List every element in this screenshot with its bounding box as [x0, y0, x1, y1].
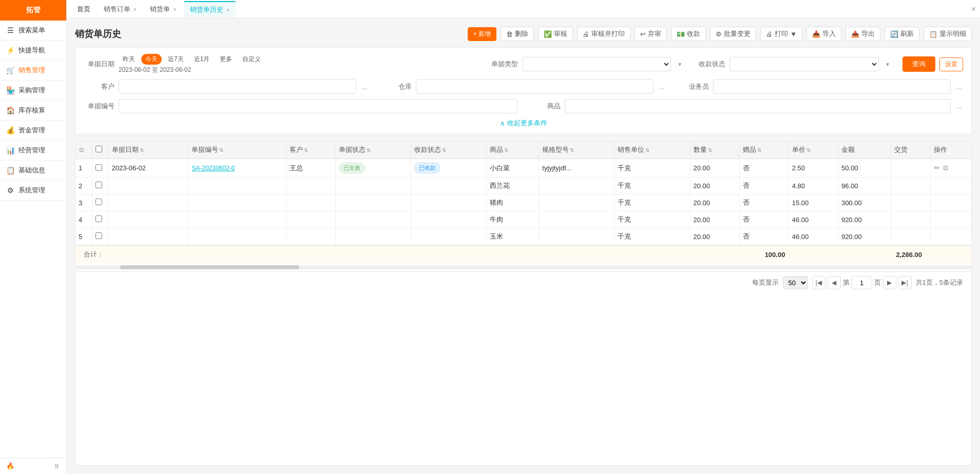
th-doc-no[interactable]: 单据编号⇅	[188, 141, 286, 159]
query-button[interactable]: 查询	[902, 56, 935, 72]
approve-print-button[interactable]: 🖨 审核并打印	[577, 27, 630, 41]
settings-icon[interactable]: ⚙	[79, 146, 85, 154]
customer-ellipsis-button[interactable]: ...	[360, 83, 369, 91]
refresh-button[interactable]: 🔄 刷新	[885, 27, 919, 41]
warehouse-input[interactable]	[416, 80, 654, 94]
sidebar-item-quick-nav[interactable]: ⚡ 快捷导航	[0, 41, 66, 61]
row-checkbox[interactable]	[95, 232, 102, 239]
th-unit-price[interactable]: 单价⇅	[789, 141, 838, 159]
last-page-button[interactable]: ▶|	[898, 276, 912, 289]
sort-qty-icon[interactable]: ⇅	[708, 147, 712, 153]
th-doc-status[interactable]: 单据状态⇅	[336, 141, 411, 159]
tab-sales-delivery-close[interactable]: ×	[173, 6, 176, 12]
show-detail-button[interactable]: 📋 显示明细	[924, 27, 972, 41]
th-gift[interactable]: 赠品⇅	[739, 141, 789, 159]
per-page-select[interactable]: 50	[783, 276, 808, 289]
warehouse-ellipsis-button[interactable]: ...	[658, 83, 666, 91]
row-checkbox[interactable]	[95, 182, 102, 188]
date-pill-today[interactable]: 今天	[141, 54, 162, 65]
delete-button[interactable]: 🗑 删除	[501, 27, 534, 41]
th-doc-date[interactable]: 单据日期⇅	[108, 141, 188, 159]
approve-button[interactable]: ✅ 审核	[538, 27, 573, 41]
sort-doc-no-icon[interactable]: ⇅	[219, 147, 223, 153]
first-page-button[interactable]: |◀	[812, 276, 825, 289]
row-unit-price: 4.80	[789, 177, 838, 194]
date-pill-7days[interactable]: 近7天	[164, 54, 188, 65]
sort-spec-type-icon[interactable]: ⇅	[570, 147, 574, 153]
sidebar-item-system-mgmt[interactable]: ⚙ 系统管理	[0, 181, 66, 201]
sort-doc-date-icon[interactable]: ⇅	[140, 147, 144, 153]
export-label: 导出	[861, 29, 875, 38]
horizontal-scrollbar[interactable]	[75, 265, 971, 269]
abandon-button[interactable]: ↩ 弃审	[635, 27, 667, 41]
row-checkbox[interactable]	[95, 199, 102, 205]
tab-sales-delivery[interactable]: 销货单 ×	[144, 1, 182, 17]
sort-customer-icon[interactable]: ⇅	[304, 147, 308, 153]
sidebar-item-label: 快捷导航	[18, 46, 45, 55]
salesman-input[interactable]	[713, 80, 951, 94]
customer-input[interactable]	[119, 80, 356, 94]
edit-icon[interactable]: ✏	[934, 164, 940, 172]
collect-button[interactable]: 💵 收款	[671, 27, 706, 41]
row-checkbox[interactable]	[95, 215, 102, 222]
salesman-ellipsis-button[interactable]: ...	[955, 83, 963, 91]
th-qty[interactable]: 数量⇅	[690, 141, 739, 159]
sidebar-item-inventory[interactable]: 🏠 库存核算	[0, 101, 66, 121]
prev-page-button[interactable]: ◀	[828, 276, 841, 289]
batch-change-button[interactable]: ⚙ 批量变更	[710, 27, 756, 41]
filter-row-2: 客户 ... 仓库 ... 业务员 ...	[84, 80, 963, 94]
sort-doc-status-icon[interactable]: ⇅	[367, 147, 371, 153]
collect-status-select[interactable]	[729, 57, 879, 71]
sidebar-item-finance[interactable]: 💰 资金管理	[0, 121, 66, 141]
th-collect-status[interactable]: 收款状态⇅	[411, 141, 487, 159]
tabs-close-all-button[interactable]: ×	[971, 5, 976, 14]
date-pill-1month[interactable]: 近1月	[190, 54, 214, 65]
th-sales-unit[interactable]: 销售单位⇅	[614, 141, 690, 159]
next-page-button[interactable]: ▶	[883, 276, 896, 289]
sort-gift-icon[interactable]: ⇅	[757, 147, 761, 153]
sort-goods-icon[interactable]: ⇅	[504, 147, 508, 153]
print-button[interactable]: 🖨 打印 ▼	[760, 27, 802, 41]
select-all-checkbox[interactable]	[95, 146, 102, 152]
date-pill-more[interactable]: 更多	[216, 54, 236, 65]
sort-unit-price-icon[interactable]: ⇅	[806, 147, 811, 153]
date-pill-yesterday[interactable]: 昨天	[119, 54, 139, 65]
sort-sales-unit-icon[interactable]: ⇅	[645, 147, 649, 153]
tab-sales-order[interactable]: 销售订单 ×	[98, 1, 143, 17]
row-sales-unit: 千克	[614, 177, 690, 194]
th-transaction: 交货	[891, 141, 931, 159]
page-number-input[interactable]	[852, 276, 872, 289]
th-spec-type[interactable]: 规格型号⇅	[539, 141, 614, 159]
th-goods[interactable]: 商品⇅	[487, 141, 539, 159]
filter-more-button[interactable]: ∧ 收起更多条件	[500, 118, 547, 128]
sidebar-item-operations[interactable]: 📊 经营管理	[0, 141, 66, 161]
doc-no-link[interactable]: SA-20230602-0	[191, 165, 235, 172]
tab-sales-order-close[interactable]: ×	[133, 6, 137, 12]
th-settings[interactable]: ⚙	[75, 141, 92, 159]
goods-ellipsis-button[interactable]: ...	[955, 102, 963, 110]
sidebar-collapse-icon[interactable]: ⏸	[53, 462, 60, 470]
doc-type-select[interactable]	[522, 57, 671, 71]
sort-collect-status-icon[interactable]: ⇅	[442, 147, 446, 153]
doc-no-input[interactable]	[119, 99, 517, 113]
copy-icon[interactable]: ⧉	[943, 164, 948, 172]
new-button[interactable]: + 新增	[468, 27, 496, 41]
tab-sales-history[interactable]: 销货单历史 ×	[184, 1, 236, 17]
row-doc-no	[188, 228, 286, 245]
import-button[interactable]: 📥 导入	[806, 27, 841, 41]
sidebar-item-search-menu[interactable]: ☰ 搜索菜单	[0, 21, 66, 41]
sidebar-item-purchase-mgmt[interactable]: 🏪 采购管理	[0, 81, 66, 101]
export-button[interactable]: 📤 导出	[846, 27, 880, 41]
settings-button[interactable]: 设置	[939, 57, 963, 71]
th-customer[interactable]: 客户⇅	[286, 141, 335, 159]
sidebar-item-sales-mgmt[interactable]: 🛒 销售管理	[0, 61, 66, 81]
row-checkbox[interactable]	[95, 164, 102, 171]
date-pill-custom[interactable]: 自定义	[238, 54, 265, 65]
tabs-bar: 首页 销售订单 × 销货单 × 销货单历史 × ×	[67, 0, 980, 18]
tab-sales-history-close[interactable]: ×	[226, 7, 229, 13]
goods-input[interactable]	[565, 99, 951, 113]
tab-home[interactable]: 首页	[71, 1, 97, 17]
sidebar-item-basic-info[interactable]: 📋 基础信息	[0, 161, 66, 181]
per-page-label: 每页显示	[752, 278, 779, 287]
scrollbar-thumb[interactable]	[120, 265, 299, 269]
